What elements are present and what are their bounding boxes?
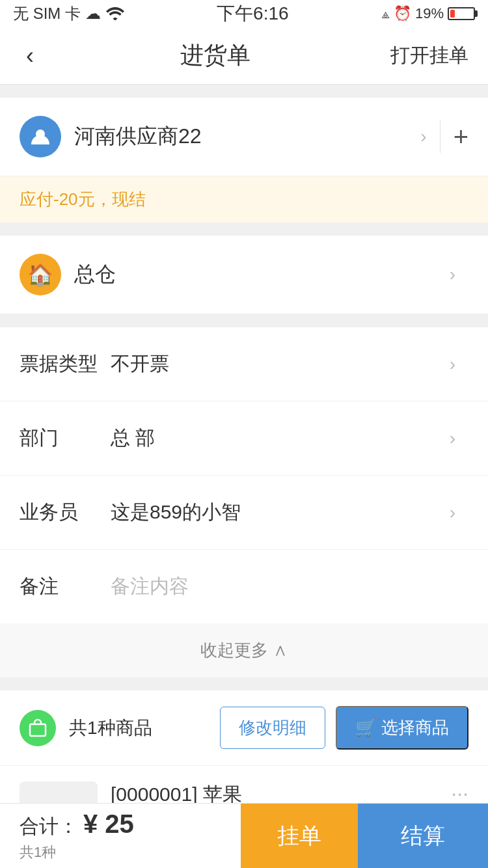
battery-icon [448,7,475,20]
salesman-label: 业务员 [20,499,98,526]
info-banner: 应付-20元，现结 [0,176,488,223]
total-sub: 共1种 [20,843,221,862]
product-more-button[interactable]: ··· [444,781,468,806]
select-product-button[interactable]: 🛒 选择商品 [336,706,468,750]
warehouse-name: 总仓 [74,260,450,289]
invoice-chevron-icon: › [450,354,455,375]
open-pending-button[interactable]: 打开挂单 [390,42,468,69]
hang-button[interactable]: 挂单 [241,804,358,869]
user-icon [29,125,52,148]
total-label: 合计： [20,813,78,840]
products-count: 共1种商品 [69,716,220,740]
wifi-icon [106,7,124,20]
modify-detail-button[interactable]: 修改明细 [220,707,325,749]
location-icon: ⟁ [381,5,390,22]
supplier-chevron-icon: › [420,126,426,147]
svg-rect-1 [30,724,46,736]
divider-1 [0,223,488,236]
status-bar: 无 SIM 卡 ☁ 下午6:16 ⟁ ⏰ 19% [0,0,488,27]
sim-label: 无 SIM 卡 ☁ [13,3,101,24]
page-title: 进货单 [180,40,251,72]
invoice-type-row[interactable]: 票据类型 不开票 › [0,327,488,401]
status-left: 无 SIM 卡 ☁ [13,3,124,24]
remark-label: 备注 [20,573,98,600]
warehouse-section: 🏠 总仓 › [0,236,488,314]
product-title: 苹果 [203,783,242,805]
status-right: ⟁ ⏰ 19% [381,5,475,22]
cart-icon [27,718,48,739]
total-amount: ¥ 25 [83,809,134,839]
supplier-section: 河南供应商22 › + 应付-20元，现结 [0,98,488,223]
salesman-chevron-icon: › [450,502,455,523]
invoice-type-value: 不开票 [98,351,450,377]
total-section: 合计： ¥ 25 共1种 [0,809,241,862]
checkout-button[interactable]: 结算 [358,804,488,869]
top-divider [0,85,488,98]
alarm-icon: ⏰ [394,5,411,22]
select-cart-icon: 🛒 [355,718,376,738]
back-button[interactable]: ‹ [20,36,40,76]
salesman-value: 这是859的小智 [98,499,450,526]
total-main: 合计： ¥ 25 [20,809,221,840]
salesman-row[interactable]: 业务员 这是859的小智 › [0,475,488,549]
warehouse-chevron-icon: › [450,264,455,285]
form-section: 票据类型 不开票 › 部门 总 部 › 业务员 这是859的小智 › 备注 备注… [0,327,488,623]
remark-row[interactable]: 备注 备注内容 [0,549,488,623]
nav-bar: ‹ 进货单 打开挂单 [0,27,488,85]
products-header: 共1种商品 修改明细 🛒 选择商品 [0,690,488,765]
products-icon [20,710,56,746]
status-time: 下午6:16 [217,1,289,26]
warehouse-icon: 🏠 [20,254,61,295]
supplier-avatar [20,116,61,157]
department-label: 部门 [20,425,98,452]
battery-percent: 19% [415,5,444,22]
invoice-type-label: 票据类型 [20,351,98,377]
supplier-row[interactable]: 河南供应商22 › + [0,98,488,176]
department-chevron-icon: › [450,428,455,449]
remark-input[interactable]: 备注内容 [98,573,468,600]
select-product-label: 选择商品 [381,716,449,739]
department-row[interactable]: 部门 总 部 › [0,401,488,475]
bottom-bar: 合计： ¥ 25 共1种 挂单 结算 [0,803,488,868]
supplier-name: 河南供应商22 [74,122,420,151]
collapse-button[interactable]: 收起更多 ∧ [0,623,488,677]
supplier-separator [440,120,441,153]
department-value: 总 部 [98,425,450,452]
divider-2 [0,314,488,327]
product-code: [0000001] [111,783,203,805]
warehouse-row[interactable]: 🏠 总仓 › [0,236,488,314]
add-button[interactable]: + [454,122,468,152]
